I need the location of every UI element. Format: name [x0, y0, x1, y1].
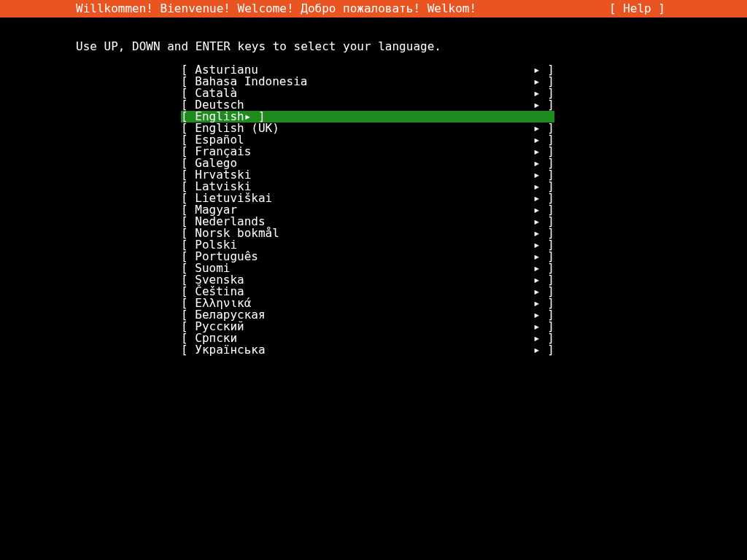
language-option[interactable]: [ Ελληνικά▸ ] [0, 298, 747, 309]
language-option[interactable]: [ Lietuviškai▸ ] [0, 192, 747, 204]
bracket-right: ] [547, 344, 554, 356]
submenu-arrow-icon: ▸ [533, 344, 547, 356]
language-option[interactable]: [ Latviski▸ ] [0, 181, 747, 192]
language-option[interactable]: [ Français▸ ] [0, 146, 747, 158]
language-list: [ Asturianu▸ ][ Bahasa Indonesia▸ ][ Cat… [0, 64, 747, 356]
help-button[interactable]: [ Help ] [609, 3, 747, 15]
language-option[interactable]: [ Español▸ ] [0, 134, 747, 146]
bracket-right: ] [547, 99, 554, 111]
language-option[interactable]: [ Asturianu▸ ] [0, 64, 747, 76]
language-option[interactable]: [ Русский▸ ] [0, 321, 747, 332]
language-option[interactable]: [ Português▸ ] [0, 251, 747, 262]
language-option[interactable]: [ Svenska▸ ] [0, 274, 747, 286]
language-option[interactable]: [ Deutsch▸ ] [0, 99, 747, 111]
header-bar: Willkommen! Bienvenue! Welcome! Добро по… [0, 0, 747, 18]
submenu-arrow-icon: ▸ [533, 99, 547, 111]
language-option[interactable]: [ Bahasa Indonesia▸ ] [0, 76, 747, 88]
language-label: Українська [195, 344, 265, 356]
instruction-text: Use UP, DOWN and ENTER keys to select yo… [0, 41, 747, 52]
header-title: Willkommen! Bienvenue! Welcome! Добро по… [0, 3, 476, 15]
language-option[interactable]: [ Norsk bokmål▸ ] [0, 228, 747, 239]
bracket-left: [ [181, 344, 195, 356]
language-option[interactable]: [ English▸ ] [0, 111, 747, 122]
language-option[interactable]: [ Suomi▸ ] [0, 262, 747, 274]
language-option[interactable]: [ Magyar▸ ] [0, 204, 747, 216]
language-option[interactable]: [ Nederlands▸ ] [0, 216, 747, 228]
language-option[interactable]: [ Català▸ ] [0, 88, 747, 99]
language-option[interactable]: [ Čeština▸ ] [0, 286, 747, 298]
language-option[interactable]: [ Polski▸ ] [0, 239, 747, 251]
language-option[interactable]: [ Беларуская▸ ] [0, 309, 747, 321]
language-option[interactable]: [ Galego▸ ] [0, 158, 747, 169]
language-option[interactable]: [ English (UK)▸ ] [0, 122, 747, 134]
language-option[interactable]: [ Српски▸ ] [0, 332, 747, 344]
language-option[interactable]: [ Українська▸ ] [0, 344, 747, 356]
language-option[interactable]: [ Hrvatski▸ ] [0, 169, 747, 181]
